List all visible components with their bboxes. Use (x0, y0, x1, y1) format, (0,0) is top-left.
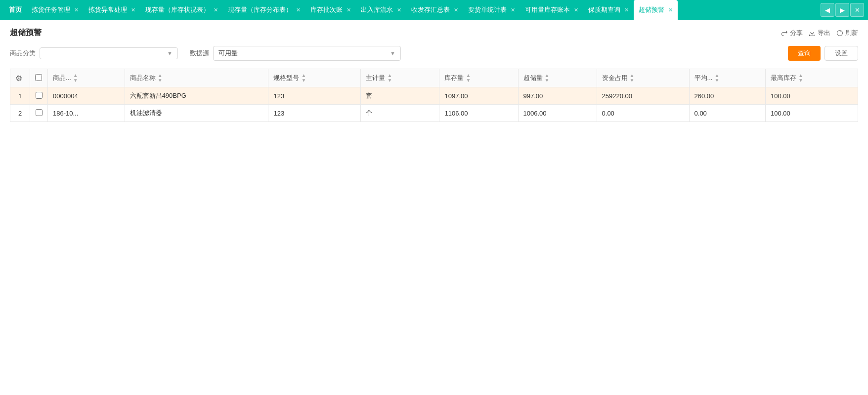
row-spec: 123 (268, 87, 361, 105)
category-filter-group: 商品分类 ▼ (10, 47, 178, 59)
row-avg: 0.00 (689, 105, 765, 122)
col-checkbox (30, 69, 48, 87)
col-name-sort[interactable]: 商品名称 ▲▼ (130, 73, 263, 83)
nav-stock-batch-close[interactable]: ✕ (347, 7, 351, 13)
gear-settings-icon[interactable]: ⚙ (15, 74, 22, 83)
header-actions: 分享 导出 刷新 (781, 29, 858, 38)
row-checkbox[interactable] (36, 92, 43, 99)
datasource-label: 数据源 (190, 49, 209, 58)
category-chevron-icon: ▼ (167, 50, 173, 56)
nav-stock-batch[interactable]: 库存批次账 ✕ (305, 0, 356, 20)
sort-unit-icon: ▲▼ (387, 73, 392, 83)
nav-order-stats-close[interactable]: ✕ (511, 7, 515, 13)
row-overstock: 997.00 (518, 87, 597, 105)
sort-overstock-icon: ▲▼ (545, 73, 550, 83)
col-unit-sort[interactable]: 主计量 ▲▼ (366, 73, 434, 83)
table-body: 1 0000004 六配套新昌490BPG 123 套 1097.00 997.… (10, 87, 858, 122)
nav-pick-exception[interactable]: 拣货异常处理 ✕ (84, 0, 140, 20)
datasource-select-value: 可用量 (218, 49, 238, 58)
sort-avg-icon: ▲▼ (714, 73, 719, 83)
row-unit: 个 (361, 105, 439, 122)
row-max-stock: 100.00 (765, 87, 858, 105)
nav-in-out-flow-close[interactable]: ✕ (397, 7, 401, 13)
col-code: 商品... ▲▼ (48, 69, 125, 87)
category-select[interactable]: ▼ (40, 47, 178, 59)
nav-stock-dist-close[interactable]: ✕ (296, 7, 301, 13)
row-stock: 1106.00 (439, 105, 518, 122)
share-icon (781, 30, 788, 37)
nav-stock-status[interactable]: 现存量（库存状况表） ✕ (140, 0, 223, 20)
row-code: 186-10... (48, 105, 125, 122)
col-stock-sort[interactable]: 库存量 ▲▼ (444, 73, 513, 83)
nav-order-stats[interactable]: 要货单统计表 ✕ (463, 0, 520, 20)
nav-bar: 首页 拣货任务管理 ✕ 拣货异常处理 ✕ 现存量（库存状况表） ✕ 现存量（库存… (0, 0, 868, 20)
datasource-filter-group: 数据源 可用量 ▼ (190, 46, 401, 61)
nav-overstock-warning[interactable]: 超储预警 ✕ (634, 0, 678, 20)
nav-pick-exception-close[interactable]: ✕ (131, 7, 135, 13)
nav-receive-summary[interactable]: 收发存汇总表 ✕ (406, 0, 463, 20)
nav-pick-task[interactable]: 拣货任务管理 ✕ (27, 0, 84, 20)
nav-available-stock[interactable]: 可用量库存账本 ✕ (520, 0, 583, 20)
nav-in-out-flow[interactable]: 出入库流水 ✕ (356, 0, 406, 20)
table-row: 2 186-10... 机油滤清器 123 个 1106.00 1006.00 … (10, 105, 858, 122)
row-max-stock: 100.00 (765, 105, 858, 122)
col-max-stock-sort[interactable]: 最高库存 ▲▼ (771, 73, 853, 83)
col-spec-sort[interactable]: 规格型号 ▲▼ (273, 73, 355, 83)
row-name: 六配套新昌490BPG (125, 87, 268, 105)
nav-available-stock-close[interactable]: ✕ (574, 7, 578, 13)
nav-expiry-query-close[interactable]: ✕ (624, 7, 629, 13)
row-stock: 1097.00 (439, 87, 518, 105)
nav-prev-button[interactable]: ◀ (821, 3, 834, 17)
col-spec: 规格型号 ▲▼ (268, 69, 361, 87)
col-capital: 资金占用 ▲▼ (597, 69, 689, 87)
row-capital: 259220.00 (597, 87, 689, 105)
col-overstock: 超储量 ▲▼ (518, 69, 597, 87)
nav-close-all-button[interactable]: ✕ (850, 3, 864, 17)
col-max-stock: 最高库存 ▲▼ (765, 69, 858, 87)
settings-button[interactable]: 设置 (825, 46, 858, 61)
table-row: 1 0000004 六配套新昌490BPG 123 套 1097.00 997.… (10, 87, 858, 105)
refresh-button[interactable]: 刷新 (836, 29, 858, 38)
export-button[interactable]: 导出 (809, 29, 830, 38)
nav-stock-status-close[interactable]: ✕ (214, 7, 218, 13)
sort-capital-icon: ▲▼ (630, 73, 635, 83)
page-content: 超储预警 分享 导出 刷新 (0, 20, 868, 395)
row-unit: 套 (361, 87, 439, 105)
col-overstock-sort[interactable]: 超储量 ▲▼ (523, 73, 592, 83)
datasource-select[interactable]: 可用量 ▼ (213, 46, 401, 61)
row-checkbox-cell (30, 87, 48, 105)
nav-receive-summary-close[interactable]: ✕ (454, 7, 458, 13)
nav-next-button[interactable]: ▶ (835, 3, 849, 17)
row-checkbox[interactable] (36, 109, 43, 116)
col-avg: 平均... ▲▼ (689, 69, 765, 87)
col-capital-sort[interactable]: 资金占用 ▲▼ (602, 73, 684, 83)
select-all-checkbox[interactable] (35, 74, 42, 81)
row-num: 2 (10, 105, 30, 122)
nav-home[interactable]: 首页 (4, 0, 27, 20)
sort-stock-icon: ▲▼ (466, 73, 471, 83)
page-header: 超储预警 分享 导出 刷新 (10, 28, 858, 38)
nav-overstock-warning-close[interactable]: ✕ (668, 7, 673, 13)
sort-spec-icon: ▲▼ (301, 73, 306, 83)
datasource-chevron-icon: ▼ (390, 50, 395, 56)
share-button[interactable]: 分享 (781, 29, 803, 38)
sort-code-icon: ▲▼ (73, 73, 78, 83)
row-spec: 123 (268, 105, 361, 122)
page-title: 超储预警 (10, 28, 42, 38)
col-avg-sort[interactable]: 平均... ▲▼ (694, 73, 760, 83)
nav-pick-task-close[interactable]: ✕ (74, 7, 79, 13)
row-name: 机油滤清器 (125, 105, 268, 122)
col-gear: ⚙ (10, 69, 30, 87)
col-name: 商品名称 ▲▼ (125, 69, 268, 87)
filter-actions: 查询 设置 (788, 46, 858, 61)
nav-expiry-query[interactable]: 保质期查询 ✕ (583, 0, 634, 20)
sort-name-icon: ▲▼ (158, 73, 163, 83)
row-checkbox-cell (30, 105, 48, 122)
nav-stock-dist[interactable]: 现存量（库存分布表） ✕ (223, 0, 305, 20)
sort-max-stock-icon: ▲▼ (798, 73, 803, 83)
export-icon (809, 30, 816, 37)
data-table: ⚙ 商品... ▲▼ 商品名称 ▲▼ (10, 69, 858, 122)
row-code: 0000004 (48, 87, 125, 105)
query-button[interactable]: 查询 (788, 46, 821, 61)
col-code-sort[interactable]: 商品... ▲▼ (53, 73, 120, 83)
